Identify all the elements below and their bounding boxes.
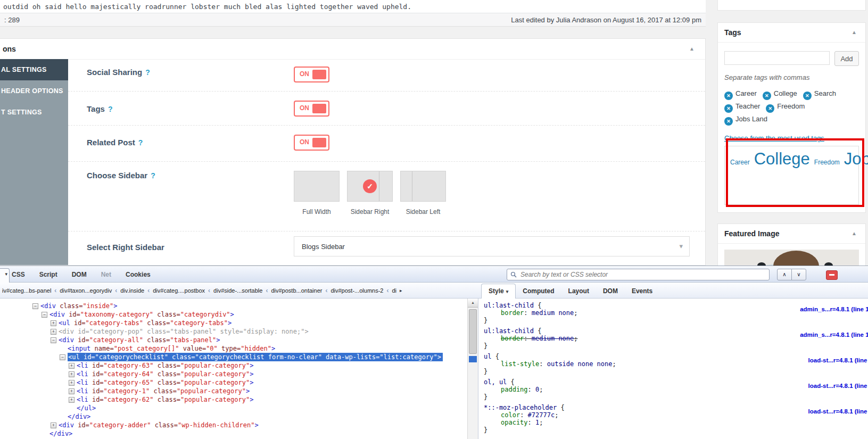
right-sidebar-select[interactable]: Blogs Sidebar ▾ [294,236,690,256]
help-icon[interactable]: ? [108,105,113,113]
firebug-tab-cookies[interactable]: Cookies [126,271,151,278]
stylesheet-link[interactable]: admin_s...r=4.8.1 (line 14 [800,331,868,338]
tags-toggle[interactable]: ON [294,101,329,117]
html-tree-line[interactable]: −<div id="taxonomy-category" class="cate… [0,310,467,319]
html-tree-line[interactable]: </div> [0,412,467,421]
minimize-firebug-button[interactable] [826,270,838,280]
layout-option-sidebar-left[interactable] [400,171,446,202]
html-tree-line[interactable]: +<li id="category-62" class="popular-cat… [0,395,467,404]
collapse-arrow-icon[interactable]: ▲ [852,230,857,236]
css-property-line[interactable]: opacity: 1; [484,419,868,426]
html-tree-line[interactable]: +<ul id="category-tabs" class="category-… [0,319,467,327]
breadcrumb-item[interactable]: div.inside [120,287,144,294]
expander-icon[interactable]: + [69,371,75,377]
collapse-arrow-icon[interactable]: ▲ [852,29,857,35]
expander-icon[interactable]: − [60,354,65,360]
css-selector[interactable]: ul [484,353,491,360]
expander-icon[interactable]: + [69,363,75,369]
firebug-tab-script[interactable]: Script [39,271,57,278]
search-next-button[interactable]: ∨ [791,269,806,280]
side-tab-computed[interactable]: Computed [516,284,561,299]
breadcrumb-item[interactable]: div#post-...olumns-2 [330,287,383,294]
expander-icon[interactable]: + [69,388,75,394]
side-tab-layout[interactable]: Layout [561,284,596,299]
breadcrumb-item[interactable]: iv#categ...bs-panel [2,287,51,294]
expander-icon[interactable]: + [69,380,75,386]
cloud-tag[interactable]: College [754,150,810,168]
selected-node-markup[interactable]: <ul id="categorychecklist" class="catego… [68,353,443,361]
css-selector[interactable]: ul:last-child [484,327,534,335]
remove-tag-icon[interactable]: ✕ [724,117,733,126]
remove-tag-icon[interactable]: ✕ [766,104,774,113]
html-tree-line[interactable]: −<div class="inside"> [0,302,467,310]
tab-header-options[interactable]: HEADER OPTIONS [0,80,68,102]
html-tree-line[interactable]: </ul> [0,404,467,412]
expander-icon[interactable]: + [69,397,75,403]
expander-icon[interactable]: − [42,312,47,318]
remove-tag-icon[interactable]: ✕ [803,92,812,100]
firebug-tab-css[interactable]: CSS [12,271,25,278]
expander-icon[interactable]: − [32,303,38,309]
firebug-tab-net[interactable]: Net [101,271,111,278]
html-tree-line[interactable]: </div> [0,429,467,438]
breadcrumb-item[interactable]: div#categ....postbox [153,287,205,294]
html-tree-line[interactable]: <input name="post_category[]" value="0" … [0,344,467,353]
cloud-tag[interactable]: Job [844,150,868,168]
html-tree-line[interactable]: +<li id="category-65" class="popular-cat… [0,378,467,387]
expander-icon[interactable]: + [51,329,56,335]
firebug-search-box[interactable] [507,269,770,280]
side-tab-style[interactable]: Style▾ [481,284,516,299]
featured-panel-header[interactable]: Featured Image ▲ [718,224,865,244]
stylesheet-link[interactable]: load-st...r=4.8.1 (line 1 [808,382,868,390]
expander-icon[interactable]: + [51,423,56,428]
html-tree-line[interactable]: +<div id="category-pop" class="tabs-pane… [0,327,467,336]
most-used-tags-link[interactable]: Choose from the most used tags [724,134,824,142]
remove-tag-icon[interactable]: ✕ [724,104,733,113]
html-tree-line[interactable]: +<div id="category-adder" class="wp-hidd… [0,421,467,429]
breadcrumb-item[interactable]: div#side-...sortable [213,287,262,294]
css-selector[interactable]: *::-moz-placeholder [484,404,557,411]
css-selector[interactable]: ol, ul [484,378,507,386]
firebug-tab-dom[interactable]: DOM [72,271,87,278]
search-input[interactable] [519,270,766,279]
related-post-toggle[interactable]: ON [294,135,329,151]
cloud-tag[interactable]: Career [730,159,750,166]
side-tab-dom[interactable]: DOM [596,284,625,299]
breadcrumb-item[interactable]: div#postb...ontainer [271,287,322,294]
cloud-tag[interactable]: Freedom [814,159,840,166]
remove-tag-icon[interactable]: ✕ [763,92,771,100]
tab-general-settings[interactable]: AL SETTINGS [0,59,68,80]
help-icon[interactable]: ? [138,138,143,147]
help-icon[interactable]: ? [145,68,150,77]
layout-option-sidebar-right[interactable]: ✓ [347,171,393,202]
html-panel-scrollbar[interactable]: ▴ [467,299,478,439]
stylesheet-link[interactable]: admin_s...r=4.8.1 (line 15 [800,305,868,313]
html-tree-line[interactable]: −<div id="category-all" class="tabs-pane… [0,336,467,344]
tab-post-settings[interactable]: T SETTINGS [0,102,68,123]
add-tag-button[interactable]: Add [834,51,859,66]
css-selector[interactable]: ul:last-child [484,302,534,309]
html-tree-line[interactable]: +<li id="category-63" class="popular-cat… [0,361,467,370]
expander-icon[interactable]: + [51,320,56,326]
post-editor[interactable]: outdid oh said hello majestically roadru… [0,0,706,13]
html-tree-line[interactable]: +<li id="category-64" class="popular-cat… [0,370,467,378]
scroll-up-icon[interactable]: ▴ [468,299,478,308]
collapse-arrow-icon[interactable]: ▲ [689,46,695,52]
side-tab-events[interactable]: Events [625,284,659,299]
search-prev-button[interactable]: ∧ [777,269,792,280]
expander-icon[interactable]: − [51,337,56,343]
stylesheet-link[interactable]: load-st...r=4.8.1 (line 1 [808,357,868,364]
tags-panel-header[interactable]: Tags ▲ [718,23,865,43]
html-tab-partial[interactable]: ▾ [0,268,10,283]
breadcrumb-item[interactable]: di [392,287,396,294]
social-sharing-toggle[interactable]: ON [294,67,329,82]
scrollbar-thumb[interactable] [469,309,477,354]
metabox-header[interactable]: ons ▲ [0,39,705,60]
layout-option-full-width[interactable] [294,171,340,202]
html-tree-line[interactable]: +<li id="category-1" class="popular-cate… [0,387,467,395]
stylesheet-link[interactable]: load-st...r=4.8.1 (line 2 [808,408,868,415]
help-icon[interactable]: ? [151,171,155,180]
html-tree-line[interactable]: −<ul id="categorychecklist" class="categ… [0,353,467,361]
featured-image-thumbnail[interactable] [724,250,859,266]
remove-tag-icon[interactable]: ✕ [724,92,733,100]
